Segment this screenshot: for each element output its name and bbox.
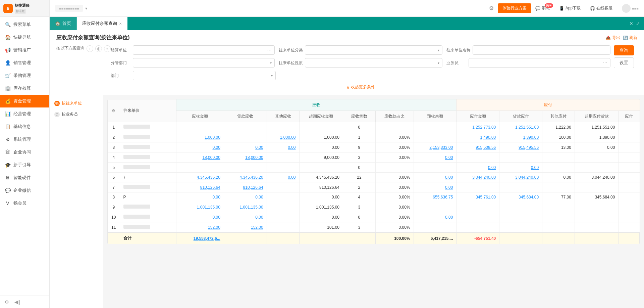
td-ap-col (619, 122, 640, 132)
td-ap-col (619, 222, 640, 233)
td-ar-count: 0 (343, 163, 376, 173)
table-row: 10 0.00 0.00 0.00 0 0.00% 0.00 (108, 212, 640, 222)
app-download-btn[interactable]: 📱 App下载 (559, 5, 581, 11)
sidebar-item-search[interactable]: 🔍搜索菜单 (0, 18, 49, 31)
td-ar-overdue: 4,345,436.20 (299, 173, 343, 182)
content-area: 畅 按往来单位 ⏱ 按业务员 ⚙ (50, 95, 644, 308)
td-ar-other (267, 212, 299, 222)
sidebar-item-operations[interactable]: 📊经营管理 (0, 107, 49, 120)
trial-btn[interactable]: 体验行业方案 (498, 3, 531, 13)
td-partner (120, 222, 176, 233)
query-btn[interactable]: 查询 (614, 45, 634, 55)
th-settings[interactable]: ⚙ (108, 99, 120, 122)
settings-btn[interactable]: 设置 (614, 57, 634, 68)
sidebar-item-guide[interactable]: 🎓新手引导 (0, 159, 49, 171)
th-ap-col: 应付 (619, 111, 640, 122)
topbar-right: 💬 消息 99+ 📱 App下载 🎧 在线客服 ■■■ (535, 4, 639, 13)
filter-add-btn[interactable]: ＋ (87, 45, 93, 52)
td-ar-amount: 0.00 (176, 192, 224, 202)
td-partner: P (120, 192, 176, 202)
breadcrumb: ■■■■■■■■■ ▾ (55, 5, 485, 12)
td-partner (120, 132, 176, 142)
td-ar-overdue: 1,000.00 (299, 132, 343, 142)
sidebar-item-quicknav[interactable]: 🏠快捷导航 (0, 31, 49, 44)
partner-category-input[interactable]: ▾ (305, 45, 443, 55)
td-ar-loan (224, 163, 267, 173)
td-ar-other: 1,000.00 (267, 132, 299, 142)
sidebar-item-basic[interactable]: 📋基础信息 (0, 120, 49, 133)
td-partner (120, 122, 176, 132)
user-avatar[interactable]: ■■■ (622, 4, 639, 13)
sidebar-item-sales[interactable]: 👤销售管理 (0, 56, 49, 69)
td-partner: 7 (120, 173, 176, 182)
sidebar-item-label: 采购管理 (13, 73, 31, 79)
sidebar-item-wechat[interactable]: 💬企业微信 (0, 184, 49, 197)
td-ar-amount: 152.00 (176, 222, 224, 233)
tab-ar-ap[interactable]: 应收应付余额查询 ✕ (77, 17, 127, 30)
sidebar-item-hardware[interactable]: 🖥智能硬件 (0, 171, 49, 184)
td-ar-count: 9 (343, 142, 376, 152)
td-ar-loan: 0.00 (224, 212, 267, 222)
topbar-gear-icon[interactable]: ⚙ (489, 5, 494, 11)
td-ap-amount: 1,490.00 (457, 132, 499, 142)
td-ap-other (542, 202, 575, 212)
td-ar-prepay (414, 163, 457, 173)
table-row: 11 152.00 152.00 101.00 3 0.00% (108, 222, 640, 233)
sidebar-item-funds[interactable]: 💰资金管理 (0, 95, 49, 107)
filter-collapse-btn[interactable]: « (104, 45, 111, 52)
left-panel-item-by-partner[interactable]: 畅 按往来单位 (50, 98, 103, 109)
partner-name-input[interactable] (473, 45, 610, 55)
refresh-btn[interactable]: 🔄 刷新 (623, 35, 637, 41)
th-partner: 往来单位 (120, 99, 176, 122)
td-ar-count: 4 (343, 192, 376, 202)
td-ar-overdue: 0.00 (299, 192, 343, 202)
th-ap-amount: 应付金额 (457, 111, 499, 122)
left-panel-item-by-salesman[interactable]: ⏱ 按业务员 (50, 109, 103, 120)
salesman-input[interactable]: ··· (469, 58, 610, 68)
td-ap-amount: 345,761.00 (457, 192, 499, 202)
inventory-icon: 🏢 (5, 85, 11, 91)
expand-icon[interactable]: ⤢ (636, 21, 640, 26)
collapse-footer-icon[interactable]: ◀‖ (14, 299, 20, 305)
footer-ap-loan (499, 232, 542, 244)
sidebar-item-enterprise[interactable]: 🏛企业协同 (0, 146, 49, 159)
sidebar-item-inventory[interactable]: 🏢库存核算 (0, 82, 49, 95)
salesman-dots-icon: ··· (603, 60, 607, 66)
filter-row-3: 部门 ▾ (111, 71, 610, 80)
td-ar-ratio: 0.00% (375, 132, 414, 142)
td-ar-ratio (375, 163, 414, 173)
td-ap-overdue (575, 212, 619, 222)
td-ar-count: 2 (343, 182, 376, 192)
sub-dept-input[interactable]: ▾ (133, 71, 276, 80)
tab-home[interactable]: 🏠 首页 (50, 17, 77, 30)
td-ap-amount: 915,508.56 (457, 142, 499, 152)
filter-settings-btn[interactable]: ◎ (95, 45, 102, 52)
td-ar-other (267, 122, 299, 132)
filter-field-sub-dept: 部门 ▾ (111, 71, 276, 80)
td-ar-loan (224, 122, 267, 132)
notification-btn[interactable]: 💬 消息 99+ (535, 5, 550, 11)
td-ap-amount (457, 222, 499, 233)
online-service-btn[interactable]: 🎧 在线客服 (590, 5, 612, 11)
sidebar-item-member[interactable]: Ⅴ畅会员 (0, 197, 49, 210)
sidebar-item-purchase[interactable]: 🛒采购管理 (0, 69, 49, 82)
close-all-icon[interactable]: ✕ (629, 21, 633, 26)
sidebar-item-system[interactable]: ⚙系统管理 (0, 133, 49, 146)
collapse-conditions-btn[interactable]: ∧ 收起更多条件 (111, 82, 610, 92)
footer-ar-loan (224, 232, 267, 244)
settings-footer-icon[interactable]: ⚙ (5, 299, 9, 305)
td-ap-overdue (575, 163, 619, 173)
settlement-unit-input[interactable]: ··· (133, 45, 275, 55)
sidebar-item-marketing[interactable]: 📢营销推广 (0, 44, 49, 56)
partner-nature-input[interactable]: ▾ (305, 58, 443, 68)
dept-input[interactable]: ▾ (133, 58, 275, 68)
td-no: 4 (108, 152, 120, 163)
td-ar-count: 0 (343, 212, 376, 222)
quicknav-icon: 🏠 (5, 34, 11, 40)
td-ap-amount: 1,252,773.00 (457, 122, 499, 132)
home-icon: 🏠 (55, 21, 60, 26)
query-btn-col: 查询 设置 (610, 45, 637, 95)
td-ar-prepay (414, 122, 457, 132)
tab-close-icon[interactable]: ✕ (119, 22, 122, 26)
export-btn[interactable]: 📤 导出 (606, 35, 620, 41)
